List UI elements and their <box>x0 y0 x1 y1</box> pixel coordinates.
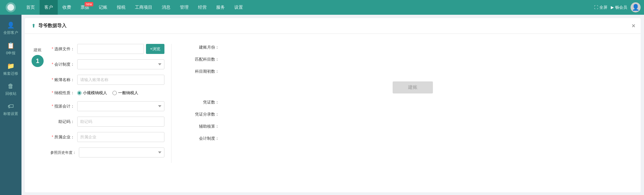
fullscreen-button[interactable]: ⛶ 全屏 <box>594 5 607 10</box>
aux-calc-value <box>222 123 634 130</box>
match-subjects-value <box>222 56 634 63</box>
company-label: * 所属企业： <box>50 134 77 140</box>
nav-item-messages[interactable]: 消息 <box>157 0 175 15</box>
logo[interactable] <box>3 0 18 15</box>
assign-accountant-row: * 指派会计： <box>50 101 164 111</box>
left-form: * 选择文件： +浏览 * 会计制度： <box>50 44 164 163</box>
right-info-section: 建账月份： 匹配科目数： 科目期初数： 建账 <box>178 44 634 163</box>
general-taxpayer-option[interactable]: 一般纳税人 <box>112 90 138 96</box>
voucher-entries-row: 凭证分录数： <box>192 111 634 118</box>
assign-accountant-label: * 指派会计： <box>50 104 77 109</box>
file-row: * 选择文件： +浏览 <box>50 44 164 54</box>
main-content: ⬆ 导爷数据导入 × 建账 1 * 选择文 <box>21 15 644 195</box>
subject-init-row: 科目期初数： <box>192 68 634 75</box>
upload-icon: ⬆ <box>32 23 36 28</box>
zero-declare-icon: 📋 <box>7 42 14 49</box>
tax-type-radio-group: 小规模纳税人 一般纳税人 <box>77 90 164 96</box>
ledger-name-label: * 账簿名称： <box>50 77 77 83</box>
subject-init-label: 科目期初数： <box>192 69 222 74</box>
sidebar-item-zero-declare[interactable]: 📋 0申报 <box>0 39 21 59</box>
form-area: 建账 1 * 选择文件： +浏览 <box>25 34 641 173</box>
close-button[interactable]: × <box>632 23 635 29</box>
migrate-icon: 📁 <box>7 62 14 70</box>
sidebar: 👤 全部客户 📋 0申报 📁 账套迁移 🗑 回收站 🏷 标签设置 <box>0 15 21 195</box>
voucher-count-label: 凭证数： <box>192 100 222 105</box>
file-input-group: +浏览 <box>77 44 164 54</box>
nav-item-bookkeeping[interactable]: 记账 <box>94 0 112 15</box>
nav-item-fees[interactable]: 收费 <box>58 0 76 15</box>
browse-button[interactable]: +浏览 <box>146 44 164 54</box>
build-month-label: 建账月份： <box>192 45 222 50</box>
memo-code-row: 助记码： <box>50 117 164 127</box>
small-taxpayer-radio[interactable] <box>77 91 82 95</box>
voucher-count-row: 凭证数： <box>192 99 634 106</box>
aux-calc-label: 辅助核算： <box>192 124 222 129</box>
memo-code-label: 助记码： <box>50 119 77 125</box>
play-icon: ▶ <box>611 5 614 10</box>
nav-item-operations[interactable]: 经营 <box>193 0 211 15</box>
aux-calc-row: 辅助核算： <box>192 123 634 130</box>
subject-init-value <box>222 68 634 75</box>
card-title: 导爷数据导入 <box>38 23 66 29</box>
section-divider <box>171 44 171 163</box>
accounting-system-row: * 会计制度： <box>50 59 164 69</box>
trash-icon: 🗑 <box>8 83 14 90</box>
company-input[interactable] <box>77 132 164 142</box>
nav-item-home[interactable]: 首页 <box>21 0 40 15</box>
file-input[interactable] <box>77 44 144 54</box>
user-avatar[interactable]: 👤 <box>631 2 641 12</box>
match-subjects-row: 匹配科目数： <box>192 56 634 63</box>
fullscreen-icon: ⛶ <box>594 5 598 10</box>
voucher-count-value <box>222 99 634 106</box>
tags-icon: 🏷 <box>8 103 14 110</box>
new-badge: new <box>85 2 93 6</box>
ledger-name-input[interactable] <box>77 75 164 85</box>
general-taxpayer-radio[interactable] <box>112 91 117 95</box>
assign-accountant-select[interactable] <box>77 101 164 111</box>
nav-item-bizproject[interactable]: 工商项目 <box>130 0 157 15</box>
tax-type-label: * 纳税性质： <box>50 90 77 96</box>
step-number: 1 <box>36 58 39 65</box>
accounting-system-select[interactable] <box>77 59 164 69</box>
member-button[interactable]: ▶ 畅会员 <box>611 5 627 10</box>
card-header: ⬆ 导爷数据导入 × <box>25 18 641 34</box>
company-row: * 所属企业： <box>50 132 164 142</box>
sidebar-item-tags[interactable]: 🏷 标签设置 <box>0 100 21 120</box>
voucher-entries-value <box>222 111 634 118</box>
accounting-system-label: * 会计制度： <box>50 62 77 67</box>
memo-code-input[interactable] <box>77 117 164 127</box>
history-year-label: 参照历史年度： <box>50 150 79 155</box>
sidebar-item-all-customers[interactable]: 👤 全部客户 <box>0 18 21 39</box>
nav-item-service[interactable]: 服务 <box>211 0 230 15</box>
accounting-system2-value <box>222 135 634 142</box>
build-button-area: 建账 <box>192 81 634 93</box>
small-taxpayer-option[interactable]: 小规模纳税人 <box>77 90 107 96</box>
match-subjects-label: 匹配科目数： <box>192 57 222 62</box>
nav-item-manage[interactable]: 管理 <box>175 0 193 15</box>
step-indicator: 建账 1 <box>32 44 44 163</box>
nav-item-tickets[interactable]: 票据 new <box>76 0 94 15</box>
voucher-entries-label: 凭证分录数： <box>192 112 222 117</box>
step-label: 建账 <box>34 47 42 53</box>
step-circle: 1 <box>32 55 44 67</box>
import-card: ⬆ 导爷数据导入 × 建账 1 * 选择文 <box>25 18 641 192</box>
all-customers-icon: 👤 <box>7 21 14 29</box>
build-month-value <box>222 44 634 51</box>
build-month-row: 建账月份： <box>192 44 634 51</box>
build-account-button[interactable]: 建账 <box>393 81 433 93</box>
layout: 👤 全部客户 📋 0申报 📁 账套迁移 🗑 回收站 🏷 标签设置 ⬆ 导爷数据导… <box>0 15 644 195</box>
nav-items: 首页 客户 收费 票据 new 记账 报税 工商项目 消息 管理 经营 <box>21 0 594 15</box>
sidebar-item-trash[interactable]: 🗑 回收站 <box>0 79 21 100</box>
logo-inner <box>7 4 14 11</box>
accounting-system2-label: 会计制度： <box>192 136 222 141</box>
nav-item-settings[interactable]: 设置 <box>230 0 248 15</box>
history-year-select[interactable] <box>79 147 164 157</box>
ledger-name-row: * 账簿名称： <box>50 75 164 85</box>
accounting-system2-row: 会计制度： <box>192 135 634 142</box>
file-label: * 选择文件： <box>50 46 77 52</box>
nav-item-customers[interactable]: 客户 <box>40 0 58 15</box>
nav-item-tax[interactable]: 报税 <box>112 0 130 15</box>
top-navigation: 首页 客户 收费 票据 new 记账 报税 工商项目 消息 管理 经营 <box>0 0 644 15</box>
sidebar-item-migrate[interactable]: 📁 账套迁移 <box>0 59 21 79</box>
nav-right: ⛶ 全屏 ▶ 畅会员 👤 <box>594 2 641 12</box>
